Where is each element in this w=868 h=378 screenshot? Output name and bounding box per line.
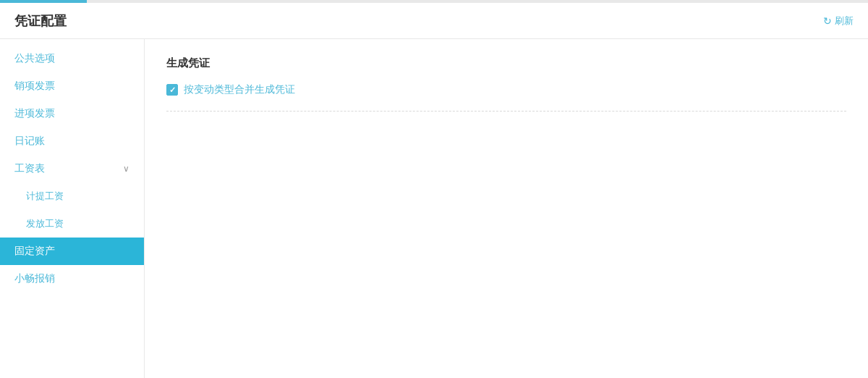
sidebar-item-label: 发放工资	[26, 217, 64, 230]
page-title: 凭证配置	[14, 12, 67, 30]
sidebar-item-payroll-accrual[interactable]: 计提工资	[0, 182, 144, 210]
sidebar-item-label: 计提工资	[26, 190, 64, 203]
sidebar-item-label: 工资表	[14, 162, 45, 175]
content-area: 公共选项销项发票进项发票日记账工资表∨计提工资发放工资固定资产小畅报销 生成凭证…	[0, 39, 868, 378]
page-container: 凭证配置 ↻ 刷新 公共选项销项发票进项发票日记账工资表∨计提工资发放工资固定资…	[0, 0, 868, 378]
refresh-icon: ↻	[823, 15, 832, 27]
section-divider	[166, 111, 846, 112]
sidebar-item-label: 固定资产	[14, 245, 55, 258]
sidebar-item-payroll-table[interactable]: 工资表∨	[0, 155, 144, 182]
sidebar-item-public-options[interactable]: 公共选项	[0, 45, 144, 72]
merge-voucher-checkbox[interactable]	[166, 84, 178, 96]
sidebar-item-label: 日记账	[14, 135, 45, 148]
section-title: 生成凭证	[166, 56, 846, 70]
refresh-button[interactable]: ↻ 刷新	[823, 14, 854, 28]
sidebar: 公共选项销项发票进项发票日记账工资表∨计提工资发放工资固定资产小畅报销	[0, 39, 145, 378]
sidebar-item-label: 进项发票	[14, 107, 55, 120]
sidebar-item-label: 销项发票	[14, 80, 55, 93]
refresh-label: 刷新	[835, 14, 854, 28]
header: 凭证配置 ↻ 刷新	[0, 3, 868, 39]
sidebar-item-sales-invoice[interactable]: 销项发票	[0, 72, 144, 100]
sidebar-item-fixed-assets[interactable]: 固定资产	[0, 238, 144, 265]
merge-voucher-label: 按变动类型合并生成凭证	[184, 83, 295, 96]
sidebar-item-journal[interactable]: 日记账	[0, 127, 144, 155]
main-content: 生成凭证 按变动类型合并生成凭证	[145, 39, 868, 378]
sidebar-item-expense-report[interactable]: 小畅报销	[0, 265, 144, 293]
sidebar-item-payroll-issue[interactable]: 发放工资	[0, 210, 144, 238]
merge-voucher-row: 按变动类型合并生成凭证	[166, 83, 846, 96]
sidebar-item-label: 小畅报销	[14, 272, 55, 285]
sidebar-item-label: 公共选项	[14, 52, 55, 65]
chevron-down-icon: ∨	[123, 164, 129, 174]
sidebar-item-purchase-invoice[interactable]: 进项发票	[0, 100, 144, 127]
top-nav-bar	[0, 0, 868, 3]
top-nav-bar-active	[0, 0, 87, 3]
